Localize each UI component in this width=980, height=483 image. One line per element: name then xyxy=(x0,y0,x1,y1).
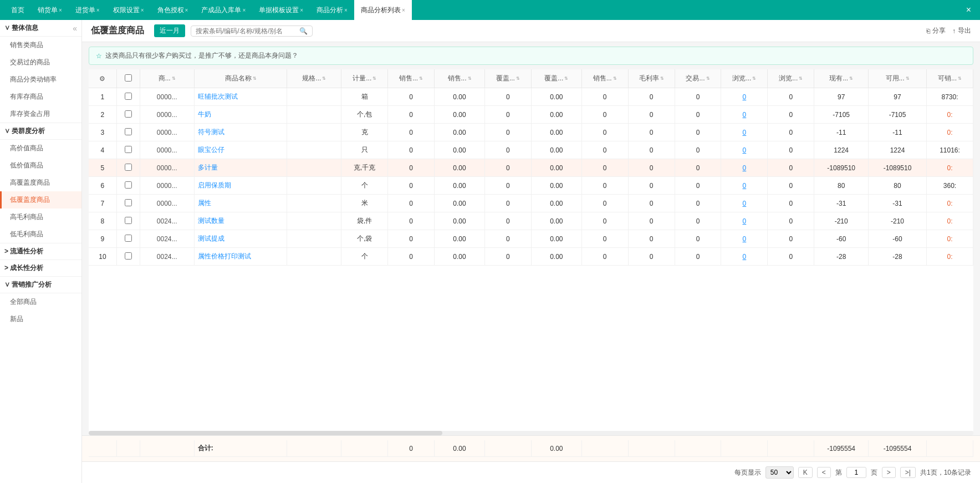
row-name-3[interactable]: 符号测试 xyxy=(194,124,287,141)
sidebar-item-high-value[interactable]: 高价值商品 xyxy=(0,140,81,157)
col-gross-rate[interactable]: 毛利率⇅ xyxy=(628,69,675,88)
row-browse1-4[interactable]: 0 xyxy=(721,141,768,159)
row-name-7[interactable]: 属性 xyxy=(194,195,287,212)
row-browse1-8[interactable]: 0 xyxy=(721,212,768,230)
row-name-9[interactable]: 测试提成 xyxy=(194,230,287,248)
row-browse1-9[interactable]: 0 xyxy=(721,230,768,248)
first-page-btn[interactable]: K xyxy=(798,467,813,478)
row-checkbox-9[interactable] xyxy=(116,230,140,248)
col-sales-amt[interactable]: 销售...⇅ xyxy=(435,69,485,88)
row-browse1-5[interactable]: 0 xyxy=(721,159,768,177)
sidebar-section1-header[interactable]: ∨ 整体信息 xyxy=(4,23,38,33)
col-coverage1[interactable]: 覆盖...⇅ xyxy=(484,69,531,88)
nav-role-auth[interactable]: 角色授权 × xyxy=(151,0,195,20)
nav-close-product-analysis-list[interactable]: × xyxy=(402,7,405,13)
sidebar-item-low-coverage[interactable]: 低覆盖度商品 xyxy=(0,191,81,209)
horizontal-scrollbar[interactable] xyxy=(89,431,973,435)
nav-close-template-settings[interactable]: × xyxy=(300,7,303,13)
row-name-5[interactable]: 多计量 xyxy=(194,159,287,177)
sidebar-item-traded-goods[interactable]: 交易过的商品 xyxy=(0,54,81,71)
sidebar-item-all-goods[interactable]: 全部商品 xyxy=(0,293,81,311)
sidebar-item-stock-capital[interactable]: 库存资金占用 xyxy=(0,105,81,123)
row-checkbox-3[interactable] xyxy=(116,124,140,141)
row-browse1-2[interactable]: 0 xyxy=(721,106,768,124)
row-checkbox-8[interactable] xyxy=(116,212,140,230)
nav-close-purchase-order[interactable]: × xyxy=(96,7,100,13)
row-browse1-7[interactable]: 0 xyxy=(721,195,768,212)
sidebar-item-sales-goods[interactable]: 销售类商品 xyxy=(0,37,81,54)
next-page-btn[interactable]: > xyxy=(882,467,896,478)
last-page-btn[interactable]: >| xyxy=(900,467,916,478)
row-checkbox-10[interactable] xyxy=(116,248,140,266)
row-name-10[interactable]: 属性价格打印测试 xyxy=(194,248,287,266)
nav-product-inbound[interactable]: 产成品入库单 × xyxy=(195,0,252,20)
col-unit[interactable]: 计量...⇅ xyxy=(341,69,388,88)
sidebar-item-instock-goods[interactable]: 有库存商品 xyxy=(0,88,81,105)
sidebar-section5-header[interactable]: ∨ 营销推广分析 xyxy=(4,280,52,289)
window-close-button[interactable]: × xyxy=(962,5,976,15)
sidebar-section2-header[interactable]: ∨ 类群度分析 xyxy=(4,126,45,136)
sidebar-item-low-value[interactable]: 低价值商品 xyxy=(0,157,81,174)
col-browse2[interactable]: 浏览...⇅ xyxy=(768,69,814,88)
row-checkbox-5[interactable] xyxy=(116,159,140,177)
row-checkbox-7[interactable] xyxy=(116,195,140,212)
search-icon[interactable]: 🔍 xyxy=(299,27,308,35)
share-button[interactable]: ⎗ 分享 xyxy=(926,26,946,35)
sidebar-item-low-margin[interactable]: 低毛利商品 xyxy=(0,226,81,243)
sidebar-item-high-coverage[interactable]: 高覆盖度商品 xyxy=(0,174,81,191)
col-coverage2[interactable]: 覆盖...⇅ xyxy=(531,69,581,88)
col-saleable[interactable]: 可销...⇅ xyxy=(926,69,973,88)
col-available[interactable]: 可用...⇅ xyxy=(869,69,927,88)
row-name-6[interactable]: 启用保质期 xyxy=(194,177,287,195)
nav-close-sales-order[interactable]: × xyxy=(59,7,62,13)
col-code[interactable]: 商...⇅ xyxy=(140,69,194,88)
nav-product-analysis-list[interactable]: 商品分析列表 × xyxy=(354,0,412,20)
date-filter-btn[interactable]: 近一月 xyxy=(154,24,185,37)
row-browse1-6[interactable]: 0 xyxy=(721,177,768,195)
nav-close-permissions[interactable]: × xyxy=(141,7,144,13)
nav-purchase-order[interactable]: 进货单 × xyxy=(69,0,106,20)
select-all-checkbox[interactable] xyxy=(125,74,132,82)
row-checkbox-1[interactable] xyxy=(116,88,140,106)
row-name-8[interactable]: 测试数量 xyxy=(194,212,287,230)
row-name-4[interactable]: 眼宝公仔 xyxy=(194,141,287,159)
row-browse1-3[interactable]: 0 xyxy=(721,124,768,141)
nav-sales-order[interactable]: 销货单 × xyxy=(31,0,69,20)
col-browse1[interactable]: 浏览...⇅ xyxy=(721,69,768,88)
page-size-select[interactable]: 50 100 200 xyxy=(765,466,794,479)
sidebar-item-new-goods[interactable]: 新品 xyxy=(0,311,81,328)
search-input[interactable] xyxy=(196,27,297,35)
nav-close-product-analysis[interactable]: × xyxy=(344,7,348,13)
nav-product-analysis[interactable]: 商品分析 × xyxy=(310,0,354,20)
row-browse1-10[interactable]: 0 xyxy=(721,248,768,266)
nav-close-role-auth[interactable]: × xyxy=(185,7,188,13)
col-settings[interactable]: ⚙ xyxy=(89,69,116,88)
col-current[interactable]: 现有...⇅ xyxy=(814,69,869,88)
row-checkbox-4[interactable] xyxy=(116,141,140,159)
nav-close-product-inbound[interactable]: × xyxy=(242,7,246,13)
export-button[interactable]: ↑ 导出 xyxy=(952,26,971,35)
sidebar-item-high-margin[interactable]: 高毛利商品 xyxy=(0,209,81,226)
sidebar-item-category-rate[interactable]: 商品分类动销率 xyxy=(0,71,81,88)
sidebar-collapse-btn[interactable]: « xyxy=(73,24,77,33)
nav-home[interactable]: 首页 xyxy=(4,0,31,20)
row-name-2[interactable]: 牛奶 xyxy=(194,106,287,124)
nav-template-settings[interactable]: 单据模板设置 × xyxy=(252,0,310,20)
row-browse2-8: 0 xyxy=(768,212,814,230)
prev-page-btn[interactable]: < xyxy=(817,467,831,478)
row-name-1[interactable]: 旺辅批次测试 xyxy=(194,88,287,106)
col-sales-x[interactable]: 销售...⇅ xyxy=(581,69,628,88)
col-spec[interactable]: 规格...⇅ xyxy=(287,69,341,88)
row-checkbox-2[interactable] xyxy=(116,106,140,124)
settings-icon[interactable]: ⚙ xyxy=(99,75,105,83)
sidebar-section4-header[interactable]: > 成长性分析 xyxy=(4,263,43,273)
scrollbar-thumb[interactable] xyxy=(89,431,442,435)
nav-permissions[interactable]: 权限设置 × xyxy=(106,0,151,20)
row-checkbox-6[interactable] xyxy=(116,177,140,195)
sidebar-section3-header[interactable]: > 流通性分析 xyxy=(4,247,43,256)
page-input[interactable] xyxy=(846,467,866,478)
row-browse1-1[interactable]: 0 xyxy=(721,88,768,106)
col-sales-qty[interactable]: 销售...⇅ xyxy=(388,69,435,88)
col-name[interactable]: 商品名称⇅ xyxy=(194,69,287,88)
col-trade[interactable]: 交易...⇅ xyxy=(675,69,721,88)
